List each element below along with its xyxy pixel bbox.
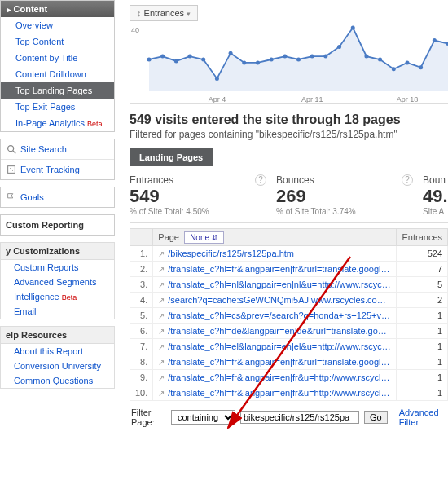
table-row[interactable]: 5.↗/translate_c?hl=cs&prev=/search?q=hon… — [130, 308, 448, 324]
row-entrances: 7 — [397, 262, 448, 277]
svg-line-3 — [10, 168, 13, 171]
event-tracking-link[interactable]: Event Tracking — [1, 160, 114, 179]
svg-point-10 — [215, 77, 219, 81]
svg-point-25 — [419, 65, 423, 69]
external-icon[interactable]: ↗ — [158, 311, 165, 320]
col-page[interactable]: Page None — [153, 229, 397, 246]
help-about-this-report[interactable]: About this Report — [1, 344, 114, 359]
row-index: 1. — [130, 246, 153, 262]
svg-point-8 — [188, 55, 192, 59]
svg-point-15 — [283, 55, 287, 59]
nav-item-top-exit-pages[interactable]: Top Exit Pages — [1, 99, 114, 115]
row-entrances: 1 — [397, 370, 448, 385]
table-row[interactable]: 9.↗/translate_c?hl=fr&langpair=en|fr&u=h… — [130, 370, 448, 385]
col-entrances[interactable]: Entrances — [397, 229, 448, 246]
row-page[interactable]: ↗/translate_c?hl=el&langpair=en|el&u=htt… — [153, 339, 397, 354]
svg-text:Apr 18: Apr 18 — [397, 95, 419, 103]
row-entrances: 1 — [397, 385, 448, 401]
row-index: 7. — [130, 339, 153, 354]
svg-point-17 — [310, 55, 314, 59]
external-icon[interactable]: ↗ — [158, 280, 165, 289]
cust-advanced-segments[interactable]: Advanced Segments — [1, 275, 114, 289]
row-page[interactable]: ↗/translate_c?hl=fr&langpair=en|fr&u=htt… — [153, 385, 397, 401]
svg-point-24 — [405, 60, 409, 64]
help-common-questions[interactable]: Common Questions — [1, 373, 114, 388]
goals-label: Goals — [20, 192, 44, 202]
row-page[interactable]: ↗/translate_c?hl=de&langpair=en|de&rurl=… — [153, 324, 397, 339]
custom-reporting-link[interactable]: Custom Reporting — [6, 220, 84, 230]
site-search-link[interactable]: Site Search — [1, 139, 114, 160]
row-index: 6. — [130, 324, 153, 339]
go-button[interactable]: Go — [364, 411, 388, 424]
row-page[interactable]: ↗/translate_c?hl=fr&langpair=en|fr&u=htt… — [153, 370, 397, 385]
metric-entrances: Entrances549% of Site Total: 4.50%? — [130, 174, 276, 216]
row-page[interactable]: ↗/translate_c?hl=nl&langpair=en|nl&u=htt… — [153, 277, 397, 293]
row-index: 4. — [130, 293, 153, 308]
svg-point-18 — [323, 55, 327, 59]
metric-value: 269 — [276, 186, 423, 207]
svg-point-14 — [270, 58, 274, 62]
svg-point-16 — [296, 58, 301, 62]
svg-point-13 — [256, 60, 260, 64]
cust-custom-reports[interactable]: Custom Reports — [1, 260, 114, 275]
table-row[interactable]: 2.↗/translate_c?hl=fr&langpair=en|fr&rur… — [130, 262, 448, 277]
beta-badge: Beta — [62, 293, 77, 302]
filter-mode-select[interactable]: containing — [171, 410, 235, 425]
external-icon[interactable]: ↗ — [158, 296, 165, 305]
filter-label: Filter Page: — [131, 407, 166, 427]
metric-dropdown[interactable]: Entrances — [130, 5, 198, 21]
svg-point-12 — [242, 60, 246, 64]
external-icon[interactable]: ↗ — [158, 249, 165, 258]
svg-point-26 — [433, 38, 437, 42]
table-row[interactable]: 10.↗/translate_c?hl=fr&langpair=en|fr&u=… — [130, 385, 448, 401]
nav-item-top-content[interactable]: Top Content — [1, 33, 114, 50]
help-icon[interactable]: ? — [402, 174, 413, 186]
external-icon[interactable]: ↗ — [158, 373, 165, 382]
external-icon[interactable]: ↗ — [158, 265, 165, 274]
svg-point-23 — [392, 67, 396, 71]
row-page[interactable]: ↗/bikespecific/rs125/rs125pa.htm — [153, 246, 397, 262]
col-index — [130, 229, 153, 246]
table-row[interactable]: 4.↗/search?q=cache:sGeWCNQmi5AJ:www.rscy… — [130, 293, 448, 308]
goals-link[interactable]: Goals — [1, 187, 114, 207]
row-entrances: 2 — [397, 293, 448, 308]
page-title: 549 visits entered the site through 18 p… — [130, 112, 448, 127]
row-page[interactable]: ↗/translate_c?hl=cs&prev=/search?q=honda… — [153, 308, 397, 324]
advanced-filter-link[interactable]: Advanced Filter — [399, 407, 446, 427]
nav-item-overview[interactable]: Overview — [1, 17, 114, 33]
svg-point-22 — [378, 58, 382, 62]
cust-email[interactable]: Email — [1, 304, 114, 319]
table-row[interactable]: 7.↗/translate_c?hl=el&langpair=en|el&u=h… — [130, 339, 448, 354]
help-icon[interactable]: ? — [255, 174, 266, 186]
table-row[interactable]: 1.↗/bikespecific/rs125/rs125pa.htm524 — [130, 246, 448, 262]
svg-point-20 — [351, 26, 355, 30]
metric-label: Bounces — [276, 174, 423, 186]
nav-item-top-landing-pages[interactable]: Top Landing Pages — [1, 82, 114, 99]
table-row[interactable]: 6.↗/translate_c?hl=de&langpair=en|de&rur… — [130, 324, 448, 339]
row-entrances: 1 — [397, 324, 448, 339]
table-row[interactable]: 3.↗/translate_c?hl=nl&langpair=en|nl&u=h… — [130, 277, 448, 293]
external-icon[interactable]: ↗ — [158, 342, 165, 351]
row-page[interactable]: ↗/search?q=cache:sGeWCNQmi5AJ:www.rscycl… — [153, 293, 397, 308]
cust-intelligence[interactable]: IntelligenceBeta — [1, 289, 114, 304]
customizations-head: y Customizations — [0, 242, 115, 260]
metric-sub: Site A — [423, 207, 448, 216]
table-row[interactable]: 8.↗/translate_c?hl=fr&langpair=en|fr&rur… — [130, 354, 448, 370]
external-icon[interactable]: ↗ — [158, 358, 165, 367]
external-icon[interactable]: ↗ — [158, 327, 165, 336]
line-chart: 40Apr 4Apr 11Apr 18 — [130, 23, 448, 104]
external-icon[interactable]: ↗ — [158, 389, 165, 398]
tab-landing-pages[interactable]: Landing Pages — [130, 148, 213, 166]
row-entrances: 524 — [397, 246, 448, 262]
nav-item-in-page-analytics[interactable]: In-Page AnalyticsBeta — [1, 115, 114, 131]
row-page[interactable]: ↗/translate_c?hl=fr&langpair=en|fr&rurl=… — [153, 354, 397, 370]
help-conversion-university[interactable]: Conversion University — [1, 359, 114, 373]
nav-item-content-drilldown[interactable]: Content Drilldown — [1, 66, 114, 82]
dimension-selector[interactable]: None — [184, 231, 223, 244]
row-page[interactable]: ↗/translate_c?hl=fr&langpair=en|fr&rurl=… — [153, 262, 397, 277]
content-nav-head[interactable]: Content — [1, 1, 114, 17]
metric-label: Boun — [423, 174, 448, 186]
nav-item-content-by-title[interactable]: Content by Title — [1, 50, 114, 66]
filter-input[interactable] — [240, 411, 359, 424]
metric-label: Entrances — [130, 174, 276, 186]
